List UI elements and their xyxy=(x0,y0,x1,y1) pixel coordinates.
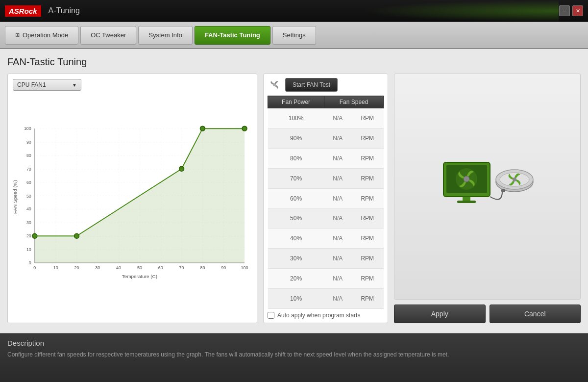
fan-table-row: 100% N/A RPM xyxy=(268,108,384,128)
svg-text:80: 80 xyxy=(200,265,205,270)
svg-text:10: 10 xyxy=(53,265,58,270)
fan-na-cell: N/A xyxy=(324,289,351,309)
fan-illustration xyxy=(439,155,537,219)
fan-power-cell: 10% xyxy=(268,289,324,309)
fan-power-cell: 60% xyxy=(268,188,324,208)
fan-power-cell: 100% xyxy=(268,108,324,128)
svg-point-30 xyxy=(74,233,79,238)
fan-na-cell: N/A xyxy=(324,269,351,289)
fan-na-cell: N/A xyxy=(324,249,351,269)
chart-panel: CPU FAN1 ▼ xyxy=(7,74,257,323)
svg-text:10: 10 xyxy=(26,247,31,252)
svg-text:50: 50 xyxy=(137,265,142,270)
fan-table-row: 90% N/A RPM xyxy=(268,128,384,148)
svg-point-29 xyxy=(32,233,37,238)
svg-point-33 xyxy=(242,126,247,131)
content-area: CPU FAN1 ▼ xyxy=(7,74,581,323)
auto-apply-label: Auto apply when program starts xyxy=(277,312,360,319)
svg-text:20: 20 xyxy=(26,233,31,238)
fan-power-header: Fan Power xyxy=(268,96,324,108)
svg-text:40: 40 xyxy=(116,265,121,270)
svg-text:80: 80 xyxy=(26,153,31,158)
fan-rpm-cell: RPM xyxy=(351,289,384,309)
fan-na-cell: N/A xyxy=(324,229,351,249)
fan-speed-table: Fan Power Fan Speed 100% N/A RPM 90% N/A… xyxy=(268,96,384,309)
fan-na-cell: N/A xyxy=(324,108,351,128)
auto-apply-row: Auto apply when program starts xyxy=(268,312,384,319)
fan-rpm-cell: RPM xyxy=(351,168,384,188)
description-bar: Description Configure different fan spee… xyxy=(0,333,588,382)
close-button[interactable]: ✕ xyxy=(572,5,583,16)
svg-point-38 xyxy=(464,176,469,182)
fan-table-row: 60% N/A RPM xyxy=(268,188,384,208)
fan-table-panel: Start FAN Test Fan Power Fan Speed 100% … xyxy=(263,74,388,323)
fan-selector: CPU FAN1 ▼ xyxy=(13,79,252,91)
fan-table-row: 80% N/A RPM xyxy=(268,148,384,168)
cancel-button[interactable]: Cancel xyxy=(490,305,581,323)
svg-point-34 xyxy=(273,83,276,86)
svg-text:Temperature (C): Temperature (C) xyxy=(122,274,157,279)
svg-point-31 xyxy=(179,166,184,171)
svg-text:70: 70 xyxy=(179,265,184,270)
svg-text:0: 0 xyxy=(33,265,36,270)
fan-image-panel xyxy=(394,74,581,300)
fan-power-cell: 70% xyxy=(268,168,324,188)
svg-text:60: 60 xyxy=(158,265,163,270)
svg-text:100: 100 xyxy=(241,265,248,270)
svg-text:30: 30 xyxy=(26,220,31,225)
fan-table-row: 50% N/A RPM xyxy=(268,208,384,229)
fan-na-cell: N/A xyxy=(324,168,351,188)
fan-power-cell: 90% xyxy=(268,128,324,148)
fan-table-row: 70% N/A RPM xyxy=(268,168,384,188)
action-buttons: Apply Cancel xyxy=(394,305,581,323)
description-title: Description xyxy=(7,339,581,347)
fan-power-cell: 30% xyxy=(268,249,324,269)
fan-rpm-cell: RPM xyxy=(351,229,384,249)
fan-rpm-cell: RPM xyxy=(351,249,384,269)
title-bar: ASRock A-Tuning − ✕ xyxy=(0,0,588,22)
svg-text:FAN Speed (%): FAN Speed (%) xyxy=(13,180,18,214)
fan-table-row: 40% N/A RPM xyxy=(268,229,384,249)
chart-container: 0 10 20 30 40 50 60 70 80 90 100 FAN Spe… xyxy=(13,95,252,314)
app-title: A-Tuning xyxy=(49,6,559,15)
tab-settings[interactable]: Settings xyxy=(272,26,316,45)
svg-text:20: 20 xyxy=(74,265,79,270)
fan-table-row: 30% N/A RPM xyxy=(268,249,384,269)
fan-table-row: 10% N/A RPM xyxy=(268,289,384,309)
svg-rect-45 xyxy=(501,189,505,192)
fan-na-cell: N/A xyxy=(324,208,351,229)
fan-na-cell: N/A xyxy=(324,128,351,148)
apply-button[interactable]: Apply xyxy=(394,305,486,323)
minimize-button[interactable]: − xyxy=(559,5,570,16)
app-logo: ASRock xyxy=(5,5,41,17)
right-panel: Apply Cancel xyxy=(394,74,581,323)
svg-rect-39 xyxy=(463,197,470,201)
tab-system-info[interactable]: System Info xyxy=(138,26,193,45)
fan-power-cell: 20% xyxy=(268,269,324,289)
fan-rpm-cell: RPM xyxy=(351,208,384,229)
fan-rpm-cell: RPM xyxy=(351,269,384,289)
svg-text:90: 90 xyxy=(221,265,226,270)
fan-chart[interactable]: 0 10 20 30 40 50 60 70 80 90 100 FAN Spe… xyxy=(13,95,252,314)
svg-text:100: 100 xyxy=(24,126,31,131)
fan-dropdown-value: CPU FAN1 xyxy=(17,81,46,88)
fan-rpm-cell: RPM xyxy=(351,148,384,168)
description-text: Configure different fan speeds for respe… xyxy=(7,350,581,359)
fan-table-row: 20% N/A RPM xyxy=(268,269,384,289)
svg-point-44 xyxy=(513,178,516,181)
svg-text:0: 0 xyxy=(29,260,31,265)
auto-apply-checkbox[interactable] xyxy=(268,312,274,319)
svg-rect-40 xyxy=(457,201,476,203)
grid-icon: ⊞ xyxy=(15,32,20,38)
tab-fan-tastic[interactable]: FAN-Tastic Tuning xyxy=(195,26,270,45)
start-fan-test-button[interactable]: Start FAN Test xyxy=(285,78,338,92)
fan-dropdown[interactable]: CPU FAN1 ▼ xyxy=(13,79,81,91)
fan-speed-header: Fan Speed xyxy=(324,96,384,108)
tab-operation-mode[interactable]: ⊞ Operation Mode xyxy=(5,26,78,45)
main-content: FAN-Tastic Tuning CPU FAN1 ▼ xyxy=(0,49,588,333)
svg-text:50: 50 xyxy=(26,194,31,199)
tab-oc-tweaker[interactable]: OC Tweaker xyxy=(80,26,136,45)
fan-na-cell: N/A xyxy=(324,188,351,208)
fan-rpm-cell: RPM xyxy=(351,188,384,208)
page-title: FAN-Tastic Tuning xyxy=(7,56,581,68)
